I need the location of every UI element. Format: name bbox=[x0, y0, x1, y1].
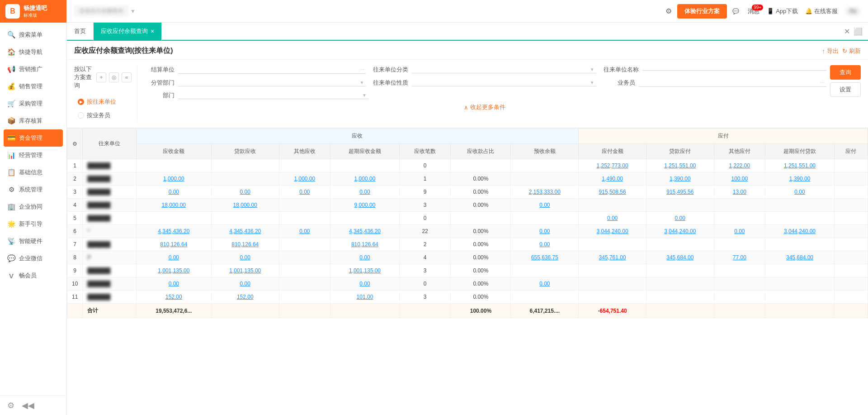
footer-ar-amount[interactable]: 19,553,472,6... bbox=[136, 304, 211, 318]
user-menu[interactable]: Rit bbox=[845, 7, 861, 16]
sidebar-item-operation[interactable]: 📊 经营管理 bbox=[0, 147, 66, 164]
row-other-ap[interactable]: 0.00 bbox=[714, 225, 765, 238]
sidebar-item-corp[interactable]: 🏢 企业协同 bbox=[0, 198, 66, 215]
sidebar-item-inventory[interactable]: 📦 库存核算 bbox=[0, 112, 66, 129]
row-overdue-ar[interactable]: 4,345,436.20 bbox=[330, 225, 400, 238]
setting-button[interactable]: 设置 bbox=[830, 82, 861, 97]
row-loan-ar[interactable]: 810,126.64 bbox=[211, 238, 279, 251]
tab-maximize-icon[interactable]: ⬜ bbox=[854, 27, 863, 36]
filter-input-dept[interactable]: ▼ bbox=[178, 92, 368, 99]
filter-input-unit-nature[interactable]: ▼ bbox=[412, 79, 596, 86]
tab-close-icon[interactable]: × bbox=[151, 28, 154, 35]
row-other-ap[interactable]: 77.00 bbox=[714, 251, 765, 264]
row-advance[interactable]: 0.00 bbox=[511, 199, 579, 212]
message-button[interactable]: 💬 99+ 消息 bbox=[732, 7, 760, 15]
row-overdue-ar[interactable]: 0.00 bbox=[330, 277, 400, 291]
row-advance[interactable]: 2,153,333.00 bbox=[511, 186, 579, 199]
row-loan-ap[interactable]: 915,495.56 bbox=[646, 186, 714, 199]
row-other-ar[interactable]: 1,000.00 bbox=[279, 172, 330, 186]
row-overdue-ap[interactable]: 3,044,240.00 bbox=[765, 225, 835, 238]
table-header-settings[interactable]: ⚙ bbox=[67, 129, 83, 159]
row-ap-amount[interactable]: 1,490.00 bbox=[579, 172, 646, 186]
row-loan-ar[interactable]: 0.00 bbox=[211, 277, 279, 291]
row-other-ar[interactable]: 0.00 bbox=[279, 225, 330, 238]
row-loan-ar[interactable]: 0.00 bbox=[211, 251, 279, 264]
query-option-by-unit[interactable]: ▶ 按往来单位 bbox=[74, 95, 132, 109]
tab-close-button[interactable]: ✕ bbox=[844, 27, 850, 36]
row-ap-amount[interactable]: 1,252,773.00 bbox=[579, 159, 646, 172]
row-ar-amount[interactable]: 0.00 bbox=[136, 251, 211, 264]
export-button[interactable]: ↑ 导出 bbox=[822, 47, 839, 55]
row-other-ap[interactable]: 1,222.00 bbox=[714, 159, 765, 172]
row-overdue-ar[interactable]: 0.00 bbox=[330, 186, 400, 199]
sidebar-item-member[interactable]: V 畅会员 bbox=[0, 267, 66, 284]
filter-input-salesman[interactable]: ··· bbox=[639, 78, 826, 87]
row-other-ap[interactable]: 13.00 bbox=[714, 186, 765, 199]
row-advance[interactable]: 0.00 bbox=[511, 277, 579, 291]
tab-home[interactable]: 首页 bbox=[67, 22, 94, 40]
topbar-gear-icon[interactable]: ⚙ bbox=[665, 7, 672, 15]
row-ar-amount[interactable]: 18,000.00 bbox=[136, 199, 211, 212]
row-other-ar[interactable]: 0.00 bbox=[279, 186, 330, 199]
row-overdue-ar[interactable]: 810,126.64 bbox=[330, 238, 400, 251]
sidebar-item-wechat[interactable]: 💬 企业微信 bbox=[0, 250, 66, 267]
sidebar-item-finance[interactable]: 💳 资金管理 bbox=[4, 129, 63, 147]
online-service-button[interactable]: 🔔 在线客服 bbox=[805, 7, 838, 15]
row-loan-ar[interactable]: 152.00 bbox=[211, 291, 279, 304]
row-overdue-ar[interactable]: 101.00 bbox=[330, 291, 400, 304]
query-button[interactable]: 查询 bbox=[830, 65, 861, 80]
row-loan-ap[interactable]: 1,390.00 bbox=[646, 172, 714, 186]
row-loan-ar[interactable]: 0.00 bbox=[211, 186, 279, 199]
filter-input-unit-name[interactable] bbox=[642, 68, 826, 71]
row-ar-amount[interactable]: 152.00 bbox=[136, 291, 211, 304]
row-loan-ap[interactable]: 0.00 bbox=[646, 212, 714, 225]
collapse-button[interactable]: ∧ 收起更多条件 bbox=[464, 103, 505, 111]
sidebar-item-marketing[interactable]: 📢 营销推广 bbox=[0, 61, 66, 78]
sidebar-item-sales[interactable]: 💰 销售管理 bbox=[0, 78, 66, 95]
row-overdue-ap[interactable]: 0.00 bbox=[765, 186, 835, 199]
row-ar-amount[interactable]: 0.00 bbox=[136, 277, 211, 291]
row-ar-amount[interactable]: 1,001,135.00 bbox=[136, 264, 211, 277]
row-loan-ap[interactable]: 1,251,551.00 bbox=[646, 159, 714, 172]
row-loan-ar[interactable]: 18,000.00 bbox=[211, 199, 279, 212]
row-overdue-ap[interactable]: 1,251,551.00 bbox=[765, 159, 835, 172]
row-loan-ar[interactable]: 4,345,436.20 bbox=[211, 225, 279, 238]
refresh-button[interactable]: ↻ 刷新 bbox=[842, 47, 861, 55]
sidebar-settings-icon[interactable]: ⚙ bbox=[7, 401, 14, 410]
row-other-ap[interactable]: 100.00 bbox=[714, 172, 765, 186]
sidebar-item-search[interactable]: 🔍 搜索菜单 bbox=[0, 26, 66, 43]
tab-ar-query[interactable]: 应收应付余额查询 × bbox=[94, 22, 162, 40]
add-scheme-icon[interactable]: + bbox=[96, 72, 106, 82]
row-overdue-ap[interactable]: 345,684.00 bbox=[765, 251, 835, 264]
row-ar-amount[interactable]: 0.00 bbox=[136, 186, 211, 199]
row-ap-amount[interactable]: 3,044,240.00 bbox=[579, 225, 646, 238]
sidebar-item-quick-nav[interactable]: 🏠 快捷导航 bbox=[0, 43, 66, 61]
row-advance[interactable]: 0.00 bbox=[511, 225, 579, 238]
promo-button[interactable]: 体验行业方案 bbox=[677, 4, 727, 19]
sidebar-collapse-icon[interactable]: ◀◀ bbox=[22, 401, 34, 410]
sidebar-item-guide[interactable]: 🌟 新手引导 bbox=[0, 215, 66, 233]
settings-scheme-icon[interactable]: ◎ bbox=[109, 72, 119, 82]
row-overdue-ar[interactable]: 1,001,135.00 bbox=[330, 264, 400, 277]
row-loan-ar[interactable]: 1,001,135.00 bbox=[211, 264, 279, 277]
app-download-button[interactable]: 📱 App下载 bbox=[767, 7, 798, 15]
row-ap-amount[interactable]: 345,761.00 bbox=[579, 251, 646, 264]
sidebar-item-base[interactable]: 📋 基础信息 bbox=[0, 164, 66, 181]
row-advance[interactable]: 655,636.75 bbox=[511, 251, 579, 264]
row-loan-ap[interactable]: 3,044,240.00 bbox=[646, 225, 714, 238]
row-overdue-ap[interactable]: 1,390.00 bbox=[765, 172, 835, 186]
filter-input-unit-category[interactable]: ▼ bbox=[412, 66, 596, 73]
filter-input-dept-manage[interactable]: ▼ bbox=[178, 79, 366, 86]
row-overdue-ar[interactable]: 9,000.00 bbox=[330, 199, 400, 212]
filter-input-settlement[interactable]: ··· bbox=[178, 65, 366, 74]
sidebar-item-purchase[interactable]: 🛒 采购管理 bbox=[0, 95, 66, 112]
sidebar-item-hardware[interactable]: 📡 智能硬件 bbox=[0, 233, 66, 250]
row-overdue-ar[interactable]: 0.00 bbox=[330, 251, 400, 264]
sidebar-item-system[interactable]: ⚙ 系统管理 bbox=[0, 181, 66, 198]
query-option-by-staff[interactable]: 按业务员 bbox=[74, 109, 132, 122]
row-ar-amount[interactable]: 810,126.64 bbox=[136, 238, 211, 251]
row-loan-ap[interactable]: 345,684.00 bbox=[646, 251, 714, 264]
row-ar-amount[interactable]: 4,345,436.20 bbox=[136, 225, 211, 238]
row-ap-amount[interactable]: 915,508.56 bbox=[579, 186, 646, 199]
row-ap-amount[interactable]: 0.00 bbox=[579, 212, 646, 225]
